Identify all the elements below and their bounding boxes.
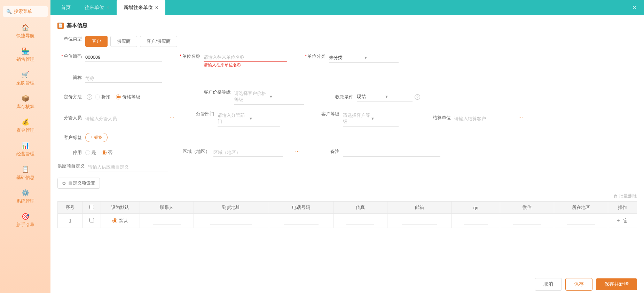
finance-icon: 💰 (22, 118, 29, 126)
sidebar-item-basic-info[interactable]: 📋 基础信息 (0, 161, 50, 185)
tab-partners[interactable]: 往来单位 ✕ (78, 0, 117, 15)
pricing-radio-group: 折扣 价格等级 (95, 94, 140, 100)
settlement-more-btn[interactable]: ··· (517, 115, 524, 121)
unit-category-select[interactable]: 未分类 ▼ (329, 53, 399, 63)
sidebar-item-finance[interactable]: 💰 资金管理 (0, 114, 50, 138)
supplier-custom-group: 供应商自定义 (57, 163, 176, 171)
close-all-tabs[interactable]: ✕ (628, 4, 641, 11)
sidebar-item-sales[interactable]: 🏪 销售管理 (0, 43, 50, 67)
pricing-method-group: 定价方法 ? 折扣 价格等级 (57, 94, 190, 100)
row-contact (140, 214, 194, 228)
manager-more-btn[interactable]: ··· (168, 115, 176, 121)
row-qq-input[interactable] (464, 217, 488, 225)
customer-price-level-select[interactable]: 请选择客户价格等级 ▼ (234, 89, 304, 105)
supplier-custom-input[interactable] (88, 163, 168, 171)
sidebar: 🔍 搜索菜单 🏠 快捷导航 🏪 销售管理 🛒 采购管理 📦 库存核算 💰 资金管… (0, 0, 50, 293)
unit-name-error: 请输入往来单位名称 (204, 62, 287, 68)
department-label: 分管部门 (190, 111, 218, 117)
customer-tag-label: 客户标签 (57, 135, 85, 141)
sidebar-item-inventory[interactable]: 📦 库存核算 (0, 90, 50, 114)
sidebar-item-guide[interactable]: 🎯 新手引导 (0, 209, 50, 232)
row-address-input[interactable] (210, 217, 252, 225)
row-region-input[interactable] (567, 217, 595, 225)
customer-level-arrow-icon: ▼ (371, 116, 399, 121)
custom-settings-button[interactable]: ⚙ 自定义项设置 (57, 178, 100, 189)
pricing-row: 定价方法 ? 折扣 价格等级 (57, 89, 637, 105)
add-row-button[interactable]: + (616, 218, 620, 224)
row-phone-input[interactable] (284, 217, 319, 225)
tab-home[interactable]: 首页 (54, 0, 78, 15)
purchase-icon: 🛒 (22, 71, 29, 79)
row-default-radio[interactable]: 默认 (104, 218, 136, 224)
footer: 取消 保存 保存并新增 (50, 275, 644, 293)
unit-code-input[interactable] (85, 53, 162, 62)
unit-type-supplier[interactable]: 供应商 (110, 36, 137, 47)
custom-settings-row: ⚙ 自定义项设置 (57, 178, 637, 189)
sidebar-item-quick-nav[interactable]: 🏠 快捷导航 (0, 19, 50, 43)
customer-price-level-label: 客户价格等级 (204, 89, 234, 95)
notes-label: 备注 (315, 148, 343, 155)
pricing-help-icon[interactable]: ? (87, 94, 92, 100)
main-content: 首页 往来单位 ✕ 新增往来单位 ✕ ✕ 📄 基本信息 单位类型 (50, 0, 644, 293)
row-checkbox (83, 214, 101, 228)
row-email-input[interactable] (402, 217, 437, 225)
row-address (194, 214, 269, 228)
disabled-no[interactable]: 否 (102, 149, 112, 156)
gear-icon: ⚙ (62, 181, 66, 186)
supplier-custom-field (88, 163, 176, 171)
department-arrow-icon: ▼ (249, 116, 280, 121)
row-select-checkbox[interactable] (89, 218, 94, 222)
close-partners-tab[interactable]: ✕ (106, 5, 110, 10)
manager-group: 分管人员 ··· (57, 115, 176, 123)
pricing-discount[interactable]: 折扣 (95, 94, 110, 100)
settlement-unit-input[interactable] (454, 115, 517, 123)
col-wechat: 微信 (500, 202, 554, 214)
row-region (554, 214, 608, 228)
batch-delete-label[interactable]: 批量删除 (619, 193, 637, 199)
row-wechat-input[interactable] (513, 217, 541, 225)
region-input[interactable] (213, 148, 283, 157)
abbreviation-field (85, 74, 162, 83)
pricing-method-label: 定价方法 (57, 94, 85, 100)
delete-row-button[interactable]: 🗑 (623, 218, 628, 224)
default-radio-circle (112, 218, 117, 223)
unit-code-field (85, 53, 162, 62)
disabled-yes-radio (85, 150, 90, 155)
close-new-partner-tab[interactable]: ✕ (155, 5, 158, 10)
payment-terms-select[interactable]: 现结 ▼ (357, 92, 413, 101)
sidebar-item-purchase[interactable]: 🛒 采购管理 (0, 67, 50, 90)
tab-new-partner[interactable]: 新增往来单位 ✕ (117, 0, 165, 15)
customer-level-select[interactable]: 请选择客户等级 ▼ (343, 111, 399, 127)
abbreviation-input[interactable] (85, 74, 162, 83)
select-all-checkbox[interactable] (89, 205, 94, 209)
sidebar-item-operations[interactable]: 📊 经营管理 (0, 138, 50, 161)
level-radio (116, 95, 121, 99)
save-button[interactable]: 保存 (565, 278, 592, 291)
contact-table-wrap: 序号 设为默认 联系人 到货地址 电话号码 传真 邮箱 qq 微信 所在地区 操… (57, 201, 637, 228)
notes-input[interactable] (343, 148, 440, 157)
payment-terms-arrow-icon: ▼ (385, 95, 413, 99)
sidebar-item-system[interactable]: ⚙️ 系统管理 (0, 185, 50, 209)
manager-input[interactable] (85, 115, 148, 123)
unit-type-customer[interactable]: 客户 (85, 36, 108, 47)
abbreviation-label: 简称 (57, 74, 85, 81)
unit-name-input[interactable] (204, 53, 287, 62)
disabled-radio-group: 是 否 (85, 149, 112, 156)
add-tag-button[interactable]: + 标签 (85, 133, 108, 142)
department-select[interactable]: 请输入分管部门 ▼ (218, 111, 280, 127)
row-fax-input[interactable] (346, 217, 374, 225)
pricing-level[interactable]: 价格等级 (116, 94, 140, 100)
row-contact-input[interactable] (153, 217, 181, 225)
batch-delete-area: 🗑 批量删除 (57, 193, 637, 199)
code-name-category-row: 单位编码 单位名称 请输入往来单位名称 单位分类 未分类 (57, 53, 637, 68)
unit-type-both[interactable]: 客户/供应商 (140, 36, 177, 47)
page-content: 📄 基本信息 单位类型 客户 供应商 客户/供应商 单位编码 (50, 15, 644, 275)
search-menu[interactable]: 🔍 搜索菜单 (3, 6, 48, 17)
cancel-button[interactable]: 取消 (535, 278, 562, 291)
disabled-yes[interactable]: 是 (85, 149, 96, 156)
row-no: 1 (58, 214, 83, 228)
region-more-btn[interactable]: ··· (294, 148, 301, 155)
save-and-new-button[interactable]: 保存并新增 (596, 278, 637, 290)
batch-delete-icon: 🗑 (613, 194, 618, 199)
payment-terms-help-icon[interactable]: ? (415, 94, 420, 100)
